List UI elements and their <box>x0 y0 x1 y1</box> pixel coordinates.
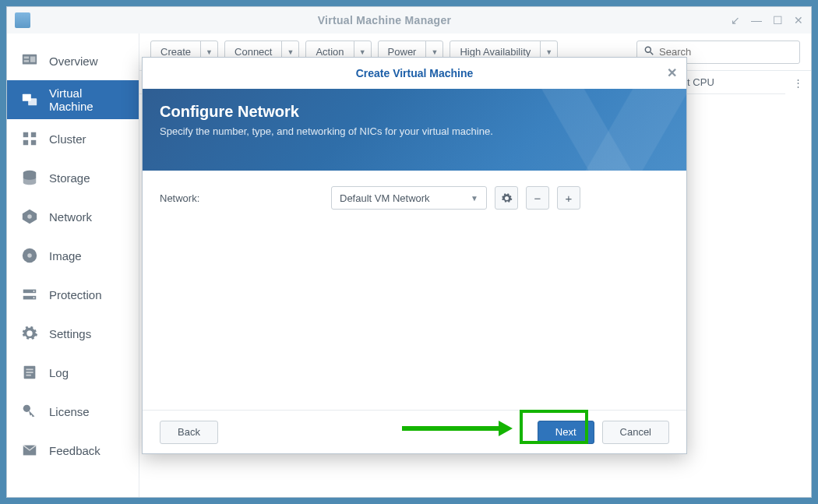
back-button[interactable]: Back <box>160 421 218 444</box>
svg-rect-7 <box>31 132 36 137</box>
dialog-hero-title: Configure Network <box>160 103 669 121</box>
log-icon <box>21 364 38 381</box>
svg-rect-9 <box>31 140 36 145</box>
svg-rect-8 <box>23 140 28 145</box>
svg-rect-5 <box>28 98 37 105</box>
sidebar-item-storage[interactable]: Storage <box>7 158 139 197</box>
close-icon[interactable]: ✕ <box>794 14 803 26</box>
pin-icon[interactable]: ↙ <box>731 14 740 26</box>
sidebar-item-label: Overview <box>49 55 98 68</box>
dialog-close-icon[interactable]: ✕ <box>667 65 677 80</box>
svg-rect-6 <box>23 132 28 137</box>
network-settings-button[interactable] <box>495 186 518 210</box>
svg-point-17 <box>33 297 35 298</box>
svg-rect-20 <box>26 372 33 373</box>
sidebar-item-log[interactable]: Log <box>7 353 139 392</box>
sidebar-item-virtual-machine[interactable]: Virtual Machine <box>7 80 139 119</box>
sidebar-item-label: Feedback <box>49 444 100 457</box>
chevron-down-icon: ▼ <box>471 194 478 203</box>
sidebar-item-network[interactable]: Network <box>7 197 139 236</box>
image-icon <box>21 247 38 264</box>
sidebar-item-label: License <box>49 405 90 418</box>
gear-icon <box>501 192 513 204</box>
minus-icon: − <box>534 192 541 205</box>
protection-icon <box>21 286 38 303</box>
svg-rect-1 <box>24 57 29 59</box>
svg-rect-21 <box>26 375 30 376</box>
search-input[interactable] <box>659 46 793 58</box>
sidebar-item-protection[interactable]: Protection <box>7 275 139 314</box>
plus-icon: + <box>566 192 573 205</box>
network-select-value: Default VM Network <box>340 192 430 204</box>
dialog-hero-subtitle: Specify the number, type, and networking… <box>160 125 669 137</box>
sidebar-item-cluster[interactable]: Cluster <box>7 119 139 158</box>
sidebar-item-label: Virtual Machine <box>49 86 125 113</box>
dialog-footer: Back Next Cancel <box>143 410 686 453</box>
titlebar: Virtual Machine Manager ↙ — ☐ ✕ <box>7 7 811 33</box>
svg-rect-3 <box>30 57 35 62</box>
app-icon <box>15 12 30 28</box>
sidebar-item-label: Image <box>49 249 82 263</box>
sidebar-item-overview[interactable]: Overview <box>7 41 139 80</box>
create-vm-dialog: Create Virtual Machine ✕ Configure Netwo… <box>142 57 687 454</box>
svg-point-16 <box>33 291 35 292</box>
dialog-hero: Configure Network Specify the number, ty… <box>143 89 686 171</box>
sidebar-item-label: Settings <box>49 327 91 340</box>
svg-point-23 <box>645 47 651 52</box>
svg-line-24 <box>651 52 654 55</box>
sidebar-item-feedback[interactable]: Feedback <box>7 431 139 470</box>
dialog-title: Create Virtual Machine ✕ <box>143 58 686 89</box>
sidebar-item-label: Network <box>49 210 92 224</box>
overview-icon <box>21 52 38 69</box>
dialog-body: Network: Default VM Network ▼ − + <box>143 171 686 410</box>
feedback-icon <box>21 442 38 459</box>
license-icon <box>21 403 38 420</box>
sidebar-item-settings[interactable]: Settings <box>7 314 139 353</box>
network-select[interactable]: Default VM Network ▼ <box>331 186 487 210</box>
storage-icon <box>21 169 38 186</box>
sidebar-item-image[interactable]: Image <box>7 236 139 275</box>
svg-point-11 <box>27 214 32 219</box>
sidebar-item-label: Log <box>49 366 69 379</box>
settings-icon <box>21 325 38 342</box>
cluster-icon <box>21 130 38 147</box>
svg-point-13 <box>27 253 32 258</box>
sidebar-item-label: Cluster <box>49 132 86 146</box>
network-remove-button[interactable]: − <box>526 186 549 210</box>
network-field-row: Network: Default VM Network ▼ − + <box>160 186 669 210</box>
sidebar-item-label: Storage <box>49 171 90 185</box>
next-button[interactable]: Next <box>538 421 594 444</box>
maximize-icon[interactable]: ☐ <box>773 14 783 26</box>
window-title: Virtual Machine Manager <box>38 14 731 26</box>
sidebar-item-label: Protection <box>49 288 102 301</box>
cancel-button[interactable]: Cancel <box>602 421 669 444</box>
sidebar-item-license[interactable]: License <box>7 392 139 431</box>
column-options-icon[interactable]: ⋮ <box>785 77 811 89</box>
network-icon <box>21 208 38 225</box>
network-add-button[interactable]: + <box>557 186 580 210</box>
network-field-label: Network: <box>160 192 323 204</box>
svg-rect-19 <box>26 368 33 370</box>
minimize-icon[interactable]: — <box>751 14 762 26</box>
sidebar: Overview Virtual Machine Cluster Storage… <box>7 33 139 497</box>
vm-icon <box>21 91 38 108</box>
svg-rect-2 <box>24 60 29 62</box>
